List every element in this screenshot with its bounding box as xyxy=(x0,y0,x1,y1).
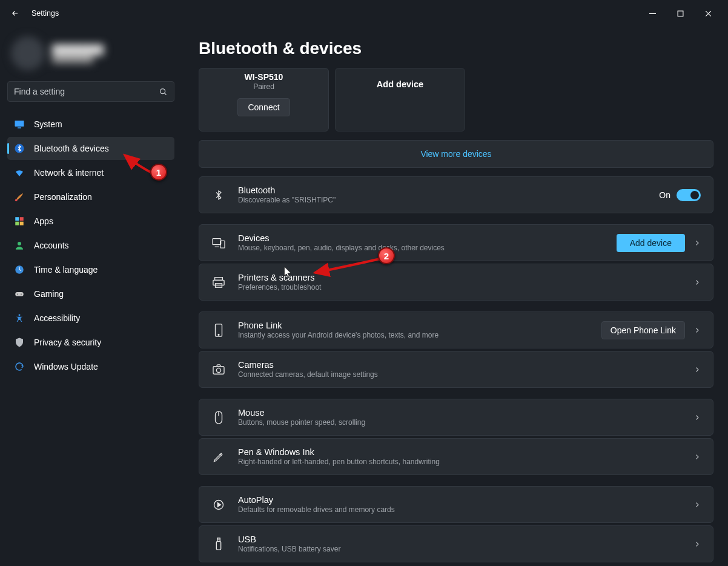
sidebar: ████████ ████████ System Bluetooth & d xyxy=(0,27,182,566)
usb-icon xyxy=(211,537,226,551)
open-phone-link-button[interactable]: Open Phone Link xyxy=(601,321,685,339)
pen-icon xyxy=(211,450,226,464)
search-icon xyxy=(159,87,168,96)
card-subtitle: Buttons, mouse pointer speed, scrolling xyxy=(238,418,685,427)
search-input[interactable] xyxy=(14,87,159,96)
svg-point-1 xyxy=(160,88,165,93)
bluetooth-card[interactable]: Bluetooth Discoverable as "SRISHTIPC" On xyxy=(199,176,713,213)
profile-avatar xyxy=(11,36,45,70)
svg-rect-0 xyxy=(678,11,683,16)
nav-time-language[interactable]: Time & language xyxy=(7,258,174,281)
card-subtitle: Defaults for removable drives and memory… xyxy=(238,505,685,514)
camera-icon xyxy=(211,362,226,377)
chevron-right-icon xyxy=(693,366,701,373)
autoplay-card[interactable]: AutoPlay Defaults for removable drives a… xyxy=(199,486,713,523)
nav-apps[interactable]: Apps xyxy=(7,210,174,233)
nav-label: Personalization xyxy=(34,192,92,202)
svg-rect-27 xyxy=(216,541,220,550)
paintbrush-icon xyxy=(13,191,25,203)
bluetooth-icon xyxy=(13,142,25,155)
chevron-right-icon xyxy=(693,453,701,461)
nav-label: Privacy & security xyxy=(34,338,101,347)
profile-block[interactable]: ████████ ████████ xyxy=(7,29,174,78)
nav-label: Accessibility xyxy=(34,313,80,323)
nav-windows-update[interactable]: Windows Update xyxy=(7,355,174,378)
card-subtitle: Discoverable as "SRISHTIPC" xyxy=(238,196,659,204)
card-title: Pen & Windows Ink xyxy=(238,447,685,457)
nav-label: Windows Update xyxy=(34,362,98,371)
nav-label: Apps xyxy=(34,216,53,226)
svg-rect-19 xyxy=(213,280,224,285)
nav-label: Bluetooth & devices xyxy=(34,144,109,153)
card-subtitle: Instantly access your Android device's p… xyxy=(238,331,601,339)
cameras-card[interactable]: Cameras Connected cameras, default image… xyxy=(199,351,713,388)
svg-point-5 xyxy=(15,199,18,201)
nav-label: System xyxy=(34,119,62,129)
apps-icon xyxy=(13,215,25,227)
svg-rect-12 xyxy=(15,292,24,296)
usb-card[interactable]: USB Notifications, USB battery saver xyxy=(199,525,713,562)
phone-link-card[interactable]: Phone Link Instantly access your Android… xyxy=(199,311,713,348)
nav-personalization[interactable]: Personalization xyxy=(7,185,174,208)
card-subtitle: Mouse, keyboard, pen, audio, displays an… xyxy=(238,244,617,252)
app-title: Settings xyxy=(31,9,59,18)
main-content: Bluetooth & devices WI-SP510 Paired Conn… xyxy=(182,27,728,566)
card-title: AutoPlay xyxy=(238,495,685,505)
nav-accounts[interactable]: Accounts xyxy=(7,234,174,257)
mouse-icon xyxy=(211,410,226,425)
view-more-devices[interactable]: View more devices xyxy=(199,140,713,168)
card-title: Phone Link xyxy=(238,321,601,330)
svg-rect-6 xyxy=(15,217,19,221)
page-title: Bluetooth & devices xyxy=(199,39,713,58)
add-device-button[interactable]: Add device xyxy=(617,234,685,252)
svg-rect-2 xyxy=(15,121,24,127)
gamepad-icon xyxy=(13,288,25,300)
svg-rect-28 xyxy=(217,538,220,541)
nav-label: Time & language xyxy=(34,265,98,275)
autoplay-icon xyxy=(211,498,226,512)
nav-system[interactable]: System xyxy=(7,113,174,136)
chevron-right-icon xyxy=(693,239,701,247)
svg-rect-8 xyxy=(15,222,19,225)
paired-device-card[interactable]: WI-SP510 Paired Connect xyxy=(199,68,329,132)
minimize-button[interactable] xyxy=(638,4,666,23)
add-device-card[interactable]: Add device xyxy=(335,68,465,132)
monitor-icon xyxy=(13,118,25,130)
device-status: Paired xyxy=(253,82,274,91)
svg-rect-23 xyxy=(213,366,224,374)
back-button[interactable] xyxy=(6,4,24,22)
card-title: Devices xyxy=(238,233,617,243)
bluetooth-toggle[interactable] xyxy=(677,189,701,201)
chevron-right-icon xyxy=(693,541,701,548)
pen-ink-card[interactable]: Pen & Windows Ink Right-handed or left-h… xyxy=(199,438,713,475)
add-device-label: Add device xyxy=(377,79,423,89)
card-title: Cameras xyxy=(238,360,685,370)
nav-network[interactable]: Network & internet xyxy=(7,161,174,184)
card-title: USB xyxy=(238,534,685,544)
nav-list: System Bluetooth & devices Network & int… xyxy=(7,113,174,378)
card-subtitle: Preferences, troubleshoot xyxy=(238,283,685,291)
annotation-badge-2: 2 xyxy=(378,247,395,264)
nav-accessibility[interactable]: Accessibility xyxy=(7,307,174,330)
nav-label: Network & internet xyxy=(34,168,104,178)
chevron-right-icon xyxy=(693,327,701,334)
update-icon xyxy=(13,361,25,373)
nav-gaming[interactable]: Gaming xyxy=(7,282,174,305)
phone-icon xyxy=(211,323,226,338)
svg-point-10 xyxy=(18,242,21,245)
search-box[interactable] xyxy=(7,81,174,102)
svg-point-14 xyxy=(21,293,22,295)
svg-rect-9 xyxy=(20,222,24,225)
svg-point-13 xyxy=(17,293,18,295)
maximize-button[interactable] xyxy=(666,4,694,23)
nav-bluetooth-devices[interactable]: Bluetooth & devices xyxy=(7,137,174,160)
mouse-card[interactable]: Mouse Buttons, mouse pointer speed, scro… xyxy=(199,399,713,436)
nav-label: Gaming xyxy=(34,289,64,299)
connect-button[interactable]: Connect xyxy=(237,98,290,116)
accessibility-icon xyxy=(13,312,25,324)
devices-card[interactable]: Devices Mouse, keyboard, pen, audio, dis… xyxy=(199,224,713,261)
printers-scanners-card[interactable]: Printers & scanners Preferences, trouble… xyxy=(199,264,713,301)
card-subtitle: Right-handed or left-handed, pen button … xyxy=(238,458,685,466)
close-button[interactable] xyxy=(694,4,722,23)
nav-privacy[interactable]: Privacy & security xyxy=(7,331,174,354)
